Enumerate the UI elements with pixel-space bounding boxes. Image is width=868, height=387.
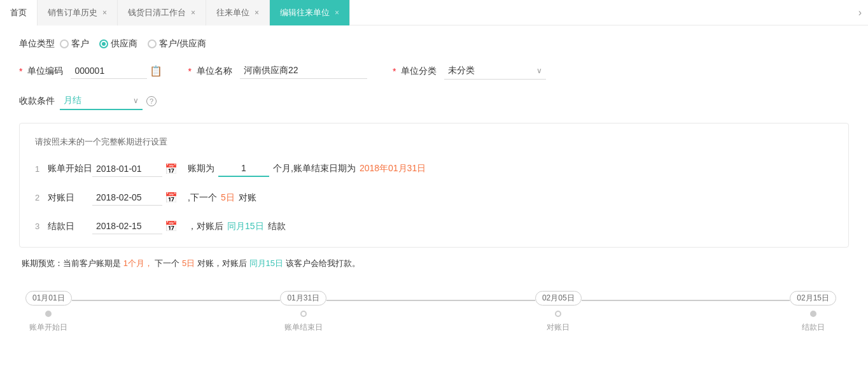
tab-sales-order-history[interactable]: 销售订单历史 × — [38, 0, 118, 25]
period-date-2[interactable] — [92, 190, 162, 206]
payment-terms-select[interactable]: 月结 ∨ — [60, 92, 143, 110]
timeline-badge-2: 01月31日 — [280, 291, 326, 306]
period-row-2: 2 对账日 📅 ,下一个 5日 对账 — [35, 190, 833, 206]
tabs-bar: 首页 销售订单历史 × 钱货日清工作台 × 往来单位 × 编辑往来单位 × › — [0, 0, 868, 25]
unit-details-row: * 单位编码 📋 * 单位名称 * 单位分类 未分类 ∨ — [19, 62, 849, 80]
period-text-suffix-3: 结款 — [268, 221, 286, 232]
tab-sales-label: 销售订单历史 — [48, 7, 97, 18]
close-icon[interactable]: × — [335, 8, 339, 17]
preview-suffix: 该客户会给我打款。 — [286, 258, 360, 268]
period-label-3: 结款日 — [48, 221, 92, 232]
radio-label-customer: 客户 — [71, 38, 89, 50]
tab-partner-label: 往来单位 — [216, 7, 249, 18]
main-content: 单位类型 客户 供应商 客户/供应商 * 单位编码 📋 * 单位名称 — [0, 25, 868, 387]
timeline-container: 01月01日 账单开始日 01月31日 账单结束日 02月05日 对账日 02月… — [19, 285, 849, 352]
unit-code-group: * 单位编码 📋 — [19, 63, 162, 79]
period-end-date: 2018年01月31日 — [360, 163, 426, 174]
period-recon-highlight: 5日 — [221, 192, 235, 204]
period-row-1: 1 账单开始日 📅 账期为 个月,账单结束日期为 2018年01月31日 — [35, 160, 833, 177]
timeline-label-1: 账单开始日 — [29, 322, 67, 333]
period-settings-box: 请按照未来的一个完整帐期进行设置 1 账单开始日 📅 账期为 个月,账单结束日期… — [19, 123, 849, 248]
close-icon[interactable]: × — [102, 8, 107, 17]
unit-type-label: 单位类型 — [19, 38, 55, 50]
close-icon[interactable]: × — [191, 8, 195, 17]
period-text-prefix-1: 账期为 — [188, 163, 214, 174]
tab-home[interactable]: 首页 — [0, 0, 38, 25]
timeline-dot-3 — [555, 311, 561, 317]
payment-terms-row: 收款条件 月结 ∨ ? — [19, 92, 849, 110]
preview-after: 对账，对账后 — [197, 258, 247, 268]
unit-name-input[interactable] — [240, 63, 367, 79]
radio-label-supplier: 供应商 — [111, 38, 137, 50]
tab-edit-partner[interactable]: 编辑往来单位 × — [270, 0, 350, 25]
period-months-input[interactable] — [218, 160, 269, 177]
preview-highlight3: 同月15日 — [249, 258, 283, 268]
tab-cash-ledger[interactable]: 钱货日清工作台 × — [118, 0, 206, 25]
unit-name-group: * 单位名称 — [188, 63, 367, 79]
timeline-badge-3: 02月05日 — [535, 291, 582, 306]
preview-prefix: 账期预览：当前客户账期是 — [22, 258, 121, 268]
radio-circle-supplier — [99, 39, 108, 48]
calendar-icon[interactable]: 📋 — [150, 65, 162, 77]
unit-category-select[interactable]: 未分类 ∨ — [444, 62, 546, 80]
close-icon[interactable]: × — [255, 8, 259, 17]
timeline-connector-3 — [582, 300, 790, 301]
tabs-arrow[interactable]: › — [852, 7, 868, 18]
payment-terms-label: 收款条件 — [19, 95, 55, 107]
period-label-2: 对账日 — [48, 192, 92, 204]
help-icon[interactable]: ? — [146, 96, 157, 106]
radio-group: 客户 供应商 客户/供应商 — [60, 38, 206, 50]
unit-type-row: 单位类型 客户 供应商 客户/供应商 — [19, 38, 849, 50]
unit-category-label: 单位分类 — [401, 66, 437, 77]
timeline-connector-2 — [326, 300, 535, 301]
timeline-point-2: 01月31日 账单结束日 — [280, 291, 326, 333]
radio-customer[interactable]: 客户 — [60, 38, 89, 50]
unit-category-value: 未分类 — [448, 65, 475, 76]
tab-home-label: 首页 — [10, 7, 27, 18]
timeline-badge-1: 01月01日 — [25, 291, 72, 306]
unit-category-group: * 单位分类 未分类 ∨ — [393, 62, 546, 80]
radio-label-both: 客户/供应商 — [159, 38, 206, 50]
timeline-dot-4 — [810, 311, 816, 317]
unit-code-input[interactable] — [71, 63, 147, 79]
period-calendar-2[interactable]: 📅 — [165, 192, 178, 204]
timeline-badge-4: 02月15日 — [790, 291, 836, 306]
timeline-items: 01月01日 账单开始日 01月31日 账单结束日 02月05日 对账日 02月… — [25, 291, 836, 333]
period-calendar-3[interactable]: 📅 — [165, 220, 178, 232]
unit-name-label: 单位名称 — [197, 66, 232, 77]
period-text-suffix-2: 对账 — [239, 192, 256, 204]
period-num-1: 1 — [35, 164, 48, 174]
preview-middle: 下一个 — [155, 258, 179, 268]
period-row-3: 3 结款日 📅 ，对账后 同月15日 结款 — [35, 218, 833, 234]
radio-supplier[interactable]: 供应商 — [99, 38, 137, 50]
timeline-point-4: 02月15日 结款日 — [790, 291, 836, 333]
period-num-3: 3 — [35, 222, 48, 231]
timeline-label-2: 账单结束日 — [284, 322, 323, 333]
payment-terms-value: 月结 — [64, 95, 81, 106]
period-title: 请按照未来的一个完整帐期进行设置 — [35, 136, 833, 148]
timeline-dot-1 — [45, 311, 52, 317]
timeline-label-3: 对账日 — [547, 322, 570, 333]
period-text-suffix-1: 个月,账单结束日期为 — [273, 163, 356, 174]
radio-circle-both — [148, 39, 157, 48]
radio-circle-customer — [60, 39, 69, 48]
radio-both[interactable]: 客户/供应商 — [148, 38, 206, 50]
tab-partner-units[interactable]: 往来单位 × — [206, 0, 270, 25]
preview-highlight2: 5日 — [182, 258, 195, 268]
timeline-point-3: 02月05日 对账日 — [535, 291, 582, 333]
required-star-code: * — [19, 66, 22, 76]
preview-highlight1: 1个月， — [123, 258, 153, 268]
period-date-1[interactable] — [92, 161, 162, 177]
period-calendar-1[interactable]: 📅 — [165, 163, 178, 175]
timeline-dot-2 — [300, 311, 307, 317]
tab-cash-label: 钱货日清工作台 — [128, 7, 186, 18]
payment-terms-arrow-icon: ∨ — [133, 96, 139, 105]
timeline-label-4: 结款日 — [802, 322, 825, 333]
period-text-prefix-2: ,下一个 — [188, 192, 217, 204]
period-date-3[interactable] — [92, 218, 162, 234]
period-payment-highlight: 同月15日 — [227, 221, 264, 232]
timeline-connector-1 — [72, 300, 281, 301]
tab-edit-label: 编辑往来单位 — [280, 7, 330, 18]
period-num-2: 2 — [35, 193, 48, 202]
required-star-cat: * — [393, 66, 396, 76]
